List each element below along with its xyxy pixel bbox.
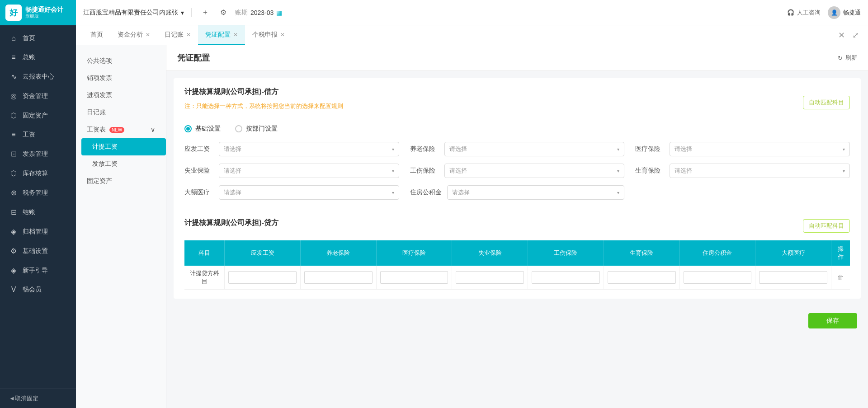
th-gongshang: 工伤保险 bbox=[528, 240, 604, 266]
tab-tax-close[interactable]: ✕ bbox=[280, 32, 285, 38]
menu-public[interactable]: 公共选项 bbox=[76, 52, 166, 70]
menu-sales[interactable]: 销项发票 bbox=[76, 70, 166, 87]
select-dae[interactable]: 请选择 ▾ bbox=[219, 185, 399, 200]
label-gongshang: 工伤保险 bbox=[410, 167, 439, 175]
menu-pay-salary[interactable]: 发放工资 bbox=[81, 155, 166, 173]
period-label: 账期 bbox=[235, 9, 248, 17]
tab-journal-close[interactable]: ✕ bbox=[186, 32, 191, 38]
add-company-button[interactable]: ＋ bbox=[199, 6, 212, 19]
save-button[interactable]: 保存 bbox=[808, 313, 857, 328]
tab-fund[interactable]: 资金分析 ✕ bbox=[110, 25, 157, 45]
menu-calc-salary[interactable]: 计提工资 bbox=[81, 138, 166, 155]
sidebar-item-member[interactable]: V 畅会员 bbox=[0, 280, 76, 299]
sidebar-label-fund: 资金管理 bbox=[23, 92, 48, 100]
sidebar: 好 畅捷通好会计 旗舰版 ⌂ 首页 ≡ 总账 ∿ 云报表中心 ◎ 资金管理 ⬡ … bbox=[0, 0, 76, 408]
sidebar-item-inventory[interactable]: ⬡ 库存核算 bbox=[0, 164, 76, 183]
sidebar-item-asset[interactable]: ⬡ 固定资产 bbox=[0, 106, 76, 125]
sidebar-label-ledger: 总账 bbox=[23, 53, 35, 61]
label-yanglao: 养老保险 bbox=[410, 145, 439, 153]
menu-calc-salary-label: 计提工资 bbox=[92, 143, 118, 150]
select-yanglao-arrow: ▾ bbox=[617, 147, 619, 152]
menu-sales-label: 销项发票 bbox=[87, 74, 112, 81]
delete-row-button[interactable]: 🗑 bbox=[837, 274, 844, 281]
th-subject: 科目 bbox=[184, 240, 225, 266]
select-gongshang-placeholder: 请选择 bbox=[449, 167, 467, 175]
sidebar-item-ledger[interactable]: ≡ 总账 bbox=[0, 48, 76, 67]
tab-tax[interactable]: 个税申报 ✕ bbox=[245, 25, 292, 45]
menu-journal[interactable]: 日记账 bbox=[76, 104, 166, 121]
select-yingfa[interactable]: 请选择 ▾ bbox=[219, 142, 399, 156]
settings-button[interactable]: ⚙ bbox=[217, 6, 230, 19]
sidebar-item-settings[interactable]: ⚙ 基础设置 bbox=[0, 241, 76, 261]
input-shiye[interactable] bbox=[456, 271, 524, 284]
menu-salary-table[interactable]: 工资表 NEW ∨ bbox=[76, 121, 166, 138]
sidebar-item-invoice[interactable]: ⊡ 发票管理 bbox=[0, 144, 76, 164]
sidebar-label-home: 首页 bbox=[23, 34, 35, 42]
sidebar-item-fund[interactable]: ◎ 资金管理 bbox=[0, 86, 76, 106]
menu-fixed-asset-label: 固定资产 bbox=[87, 177, 112, 184]
main-area: 江西服宝精品有限责任公司内账张 ▾ ＋ ⚙ 账期 2023-03 ▦ 🎧 人工咨… bbox=[76, 0, 868, 408]
select-shiye[interactable]: 请选择 ▾ bbox=[219, 164, 399, 178]
sidebar-label-salary: 工资 bbox=[23, 131, 35, 139]
service-button[interactable]: 🎧 人工咨询 bbox=[787, 9, 821, 17]
sidebar-item-guide[interactable]: ◈ 新手引导 bbox=[0, 261, 76, 280]
close-tab-button[interactable]: ✕ bbox=[836, 30, 847, 40]
sidebar-item-checkout[interactable]: ⊟ 结账 bbox=[0, 202, 76, 222]
period-display: 账期 2023-03 ▦ bbox=[235, 9, 282, 17]
select-gjj[interactable]: 请选择 ▾ bbox=[447, 185, 625, 200]
debit-auto-match-button[interactable]: 自动匹配科目 bbox=[803, 96, 850, 109]
select-shengyu[interactable]: 请选择 ▾ bbox=[670, 164, 850, 178]
select-yanglao[interactable]: 请选择 ▾ bbox=[444, 142, 625, 156]
select-shengyu-placeholder: 请选择 bbox=[675, 167, 692, 175]
select-yingfa-arrow: ▾ bbox=[392, 147, 394, 152]
menu-sub-salary: 计提工资 发放工资 bbox=[76, 138, 166, 173]
expand-tab-button[interactable]: ⤢ bbox=[850, 30, 861, 40]
cancel-fixed-button[interactable]: ◄取消固定 bbox=[0, 389, 76, 408]
tab-fund-label: 资金分析 bbox=[118, 31, 143, 39]
company-name: 江西服宝精品有限责任公司内账张 bbox=[83, 9, 178, 17]
company-selector[interactable]: 江西服宝精品有限责任公司内账张 ▾ bbox=[83, 9, 184, 17]
input-yingfa[interactable] bbox=[228, 271, 297, 284]
credit-section-title: 计提核算规则(公司承担)-贷方 bbox=[184, 218, 278, 228]
tab-fund-close[interactable]: ✕ bbox=[146, 32, 150, 38]
user-menu[interactable]: 👤 畅捷通 bbox=[828, 6, 861, 19]
select-gongshang[interactable]: 请选择 ▾ bbox=[444, 164, 625, 178]
tab-voucher[interactable]: 凭证配置 ✕ bbox=[198, 25, 245, 45]
period-value: 2023-03 bbox=[250, 9, 274, 16]
checkout-icon: ⊟ bbox=[9, 208, 18, 216]
input-yiliao[interactable] bbox=[380, 271, 448, 284]
refresh-button[interactable]: ↻ 刷新 bbox=[838, 54, 857, 62]
menu-fixed-asset[interactable]: 固定资产 bbox=[76, 173, 166, 190]
select-shengyu-arrow: ▾ bbox=[843, 169, 845, 174]
debit-section-note: 注：只能选择一种方式，系统将按照您当前的选择来配置规则 bbox=[184, 102, 343, 110]
sidebar-label-member: 畅会员 bbox=[23, 286, 42, 294]
tab-voucher-close[interactable]: ✕ bbox=[233, 32, 238, 38]
sidebar-item-salary[interactable]: ≡ 工资 bbox=[0, 125, 76, 144]
input-yanglao[interactable] bbox=[304, 271, 373, 284]
menu-purchase[interactable]: 进项发票 bbox=[76, 87, 166, 104]
row-label: 计提贷方科目 bbox=[184, 266, 225, 290]
headset-icon: 🎧 bbox=[787, 9, 794, 16]
th-dae: 大额医疗 bbox=[755, 240, 831, 266]
credit-auto-match-button[interactable]: 自动匹配科目 bbox=[803, 219, 850, 233]
select-yiliao[interactable]: 请选择 ▾ bbox=[670, 142, 850, 156]
row-gjj bbox=[679, 266, 755, 290]
field-yanglao: 养老保险 请选择 ▾ bbox=[410, 142, 625, 156]
tab-journal[interactable]: 日记账 ✕ bbox=[157, 25, 198, 45]
menu-purchase-label: 进项发票 bbox=[87, 91, 112, 98]
sidebar-item-archive[interactable]: ◈ 归档管理 bbox=[0, 222, 76, 241]
radio-dept[interactable]: 按部门设置 bbox=[235, 125, 278, 133]
th-yiliao: 医疗保险 bbox=[376, 240, 452, 266]
select-yiliao-placeholder: 请选择 bbox=[675, 145, 692, 153]
select-dae-placeholder: 请选择 bbox=[224, 188, 241, 197]
input-shengyu[interactable] bbox=[608, 271, 676, 284]
debit-section-title: 计提核算规则(公司承担)-借方 bbox=[184, 87, 343, 97]
input-gjj[interactable] bbox=[684, 271, 752, 284]
tab-home[interactable]: 首页 bbox=[83, 25, 110, 45]
sidebar-item-report[interactable]: ∿ 云报表中心 bbox=[0, 67, 76, 86]
sidebar-item-tax[interactable]: ⊕ 税务管理 bbox=[0, 183, 76, 202]
input-gongshang[interactable] bbox=[532, 271, 600, 284]
radio-basic[interactable]: 基础设置 bbox=[184, 125, 221, 133]
input-dae[interactable] bbox=[759, 271, 827, 284]
sidebar-item-home[interactable]: ⌂ 首页 bbox=[0, 29, 76, 48]
